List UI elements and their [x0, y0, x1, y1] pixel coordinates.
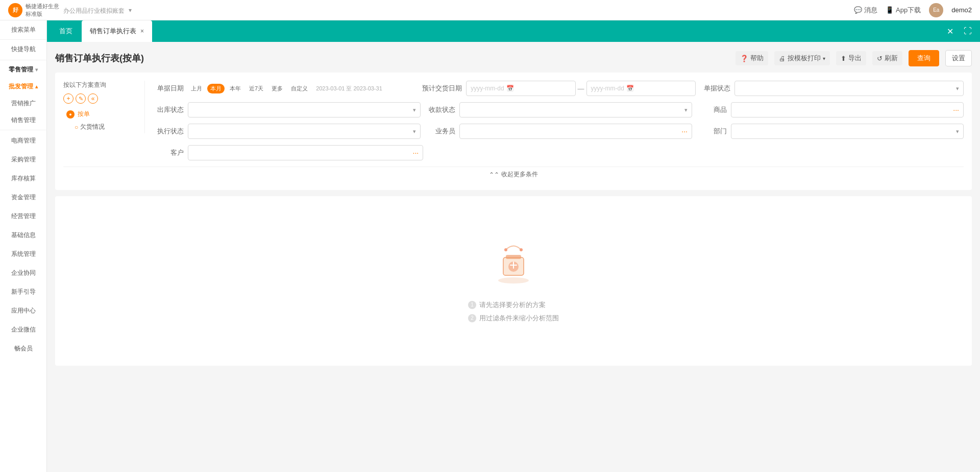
sidebar-item-wechat[interactable]: 企业微信	[0, 320, 46, 339]
collapse-scheme-button[interactable]: «	[88, 93, 98, 104]
chevron-down-icon6: ▾	[956, 128, 959, 135]
filter-fields: 单据日期 上月 本月 本年 近7天 更多 自定义 20	[153, 81, 964, 160]
settings-button[interactable]: 设置	[945, 50, 972, 66]
refresh-icon: ↺	[877, 55, 883, 62]
goods-input[interactable]: ···	[731, 102, 964, 117]
date-field-label: 单据日期	[153, 84, 184, 93]
expected-date-container: yyyy-mm-dd 📅 — yyyy-mm-dd 📅	[466, 81, 695, 96]
sidebar-item-apps[interactable]: 应用中心	[0, 301, 46, 320]
goods-more-icon[interactable]: ···	[953, 106, 959, 114]
sidebar-item-purchase[interactable]: 采购管理	[0, 150, 46, 169]
sidebar-item-wholesale[interactable]: 批发管理 ▴	[0, 78, 46, 95]
refresh-button[interactable]: ↺ 刷新	[872, 51, 902, 65]
date-pills: 上月 本月 本年 近7天 更多 自定义	[188, 84, 311, 93]
date-pill-custom[interactable]: 自定义	[288, 84, 311, 93]
goods-label: 商品	[696, 105, 727, 114]
date-pill-last-month[interactable]: 上月	[188, 84, 205, 93]
page-title-bar: 销售订单执行表(按单) ❓ 帮助 🖨 按模板打印 ▾ ⬆ 导出	[55, 50, 972, 66]
help-button[interactable]: ❓ 帮助	[736, 51, 768, 65]
empty-tips: 1 请先选择要分析的方案 2 用过滤条件来缩小分析范围	[468, 298, 559, 325]
tab-bar: 首页 销售订单执行表 × ✕ ⛶	[47, 20, 980, 42]
calendar-icon2: 📅	[626, 85, 634, 92]
sidebar-item-basic[interactable]: 基础信息	[0, 226, 46, 245]
sidebar-subitem-sales[interactable]: 销售管理	[0, 112, 46, 129]
scheme-subitem-shortage[interactable]: ○ 欠货情况	[63, 121, 138, 133]
filter-sidebar: 按以下方案查询 + ✎ « ● 按单 ○ 欠货情	[63, 81, 145, 133]
filter-sidebar-title: 按以下方案查询	[63, 81, 138, 89]
chevron-up-icon: ▴	[35, 84, 38, 89]
svg-rect-2	[506, 255, 521, 259]
top-bar-left: 好 畅捷通好生意 标准版 办公用品行业模拟账套 ▾	[8, 3, 132, 17]
export-button[interactable]: ⬆ 导出	[836, 51, 866, 65]
date-separator: —	[578, 85, 584, 92]
app-download-button[interactable]: 📱 App下载	[886, 6, 921, 15]
query-button[interactable]: 查询	[909, 50, 939, 66]
page-actions: ❓ 帮助 🖨 按模板打印 ▾ ⬆ 导出 ↺ 刷新	[736, 50, 972, 66]
template-print-button[interactable]: 🖨 按模板打印 ▾	[774, 51, 830, 65]
customer-input[interactable]: ···	[188, 145, 423, 160]
sidebar: 搜索菜单 快捷导航 零售管理 ▾ 批发管理 ▴ 营销推广 销售管理 电商管理 采…	[0, 20, 47, 472]
dept-select[interactable]: ▾	[731, 124, 964, 139]
avatar[interactable]: Ea	[929, 3, 943, 17]
dropdown-icon[interactable]: ▾	[129, 7, 132, 14]
date-pill-7days[interactable]: 近7天	[246, 84, 266, 93]
sidebar-item-quick-nav[interactable]: 快捷导航	[0, 40, 46, 59]
mobile-icon: 📱	[886, 6, 894, 14]
date-pill-this-month[interactable]: 本月	[207, 84, 225, 93]
filter-panel: 按以下方案查询 + ✎ « ● 按单 ○ 欠货情	[55, 73, 972, 190]
payment-status-select[interactable]: ▾	[459, 102, 692, 117]
content-area: 首页 销售订单执行表 × ✕ ⛶ 销售订单执行表(按单) ❓ 帮助	[47, 20, 980, 472]
svg-point-0	[498, 277, 529, 284]
scheme-sub-icon: ○	[75, 124, 78, 131]
tab-home[interactable]: 首页	[51, 20, 81, 42]
dept-label: 部门	[696, 127, 727, 136]
logo-area: 好 畅捷通好生意 标准版	[8, 3, 59, 17]
edit-scheme-button[interactable]: ✎	[76, 93, 86, 104]
close-window-button[interactable]: ✕	[943, 25, 958, 38]
date-field-container: 上月 本月 本年 近7天 更多 自定义 2023-03-01 至 2023-03…	[188, 84, 417, 93]
sidebar-item-inventory[interactable]: 库存核算	[0, 169, 46, 188]
add-scheme-button[interactable]: +	[63, 93, 74, 104]
top-bar-right: 💬 消息 📱 App下载 Ea demo2	[854, 3, 972, 17]
customer-more-icon[interactable]: ···	[413, 149, 419, 157]
date-pill-more[interactable]: 更多	[268, 84, 286, 93]
message-icon: 💬	[854, 6, 862, 14]
chevron-down-icon: ▾	[956, 85, 959, 92]
sidebar-item-newbie[interactable]: 新手引导	[0, 282, 46, 301]
status-select[interactable]: ▾	[734, 81, 964, 96]
logo-icon: 好	[8, 3, 22, 17]
salesperson-input[interactable]: ···	[459, 124, 692, 139]
maximize-window-button[interactable]: ⛶	[960, 25, 976, 38]
sidebar-divider	[0, 60, 46, 60]
expected-date-end-input[interactable]: yyyy-mm-dd 📅	[586, 81, 696, 96]
chevron-down-icon4: ▾	[684, 107, 688, 113]
sidebar-subitem-marketing[interactable]: 营销推广	[0, 95, 46, 112]
delivery-status-label: 出库状态	[153, 105, 184, 114]
sidebar-item-retail[interactable]: 零售管理 ▾	[0, 61, 46, 78]
message-button[interactable]: 💬 消息	[854, 6, 877, 15]
sidebar-item-operations[interactable]: 经营管理	[0, 207, 46, 226]
logo-text: 畅捷通好生意 标准版	[26, 3, 59, 17]
delivery-status-select[interactable]: ▾	[188, 102, 421, 117]
sidebar-item-member[interactable]: 畅会员	[0, 339, 46, 358]
sidebar-item-finance[interactable]: 资金管理	[0, 188, 46, 207]
sidebar-item-system[interactable]: 系统管理	[0, 245, 46, 264]
expected-date-start-input[interactable]: yyyy-mm-dd 📅	[466, 81, 575, 96]
salesperson-label: 业务员	[425, 127, 455, 136]
chevron-icon: ▾	[35, 67, 38, 73]
help-icon: ❓	[740, 55, 748, 62]
sidebar-item-enterprise[interactable]: 企业协同	[0, 264, 46, 282]
date-pill-this-year[interactable]: 本年	[227, 84, 244, 93]
salesperson-more-icon[interactable]: ···	[681, 127, 688, 135]
exec-status-select[interactable]: ▾	[188, 124, 421, 139]
tip-num-1: 1	[468, 301, 476, 309]
scheme-item-by-order[interactable]: ● 按单	[63, 108, 138, 121]
tab-active-sales-order[interactable]: 销售订单执行表 ×	[82, 20, 152, 42]
sidebar-search[interactable]: 搜索菜单	[0, 20, 46, 40]
main-layout: 搜索菜单 快捷导航 零售管理 ▾ 批发管理 ▴ 营销推广 销售管理 电商管理 采…	[0, 20, 980, 472]
collapse-button[interactable]: ⌃⌃ 收起更多条件	[489, 170, 538, 179]
sidebar-divider2	[0, 130, 46, 130]
scheme-icon: ●	[66, 110, 75, 119]
sidebar-item-ecommerce[interactable]: 电商管理	[0, 131, 46, 150]
tab-close-button[interactable]: ×	[140, 28, 144, 34]
